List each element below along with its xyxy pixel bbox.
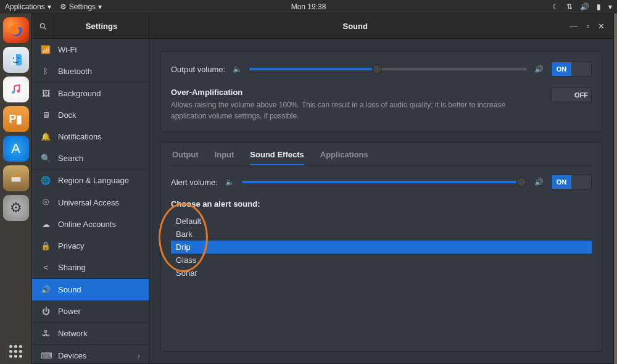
sound-effects-panel: OutputInputSound EffectsApplications Ale… <box>160 142 602 352</box>
toggle-on-label: ON <box>552 62 571 76</box>
search-icon: 🔍 <box>41 154 51 163</box>
universal-icon: ⦾ <box>41 197 51 207</box>
settings-label: Settings <box>69 2 96 11</box>
alert-sound-glass[interactable]: Glass <box>171 254 592 267</box>
search-button[interactable] <box>32 14 54 39</box>
sidebar-item-label: Power <box>58 307 81 316</box>
sidebar-item-sound[interactable]: 🔊 Sound <box>32 279 149 300</box>
search-icon <box>39 22 48 31</box>
sidebar-header: Settings <box>32 14 149 38</box>
dock-app-music[interactable] <box>3 77 29 102</box>
alert-sound-sonar[interactable]: Sonar <box>171 267 592 279</box>
sidebar-item-privacy[interactable]: 🔒 Privacy <box>32 235 149 257</box>
sidebar-item-label: Region & Language <box>58 176 129 185</box>
cloud-icon: ☁ <box>41 220 51 229</box>
sidebar-item-online-accounts[interactable]: ☁ Online Accounts <box>32 213 149 235</box>
volume-high-icon: 🔊 <box>534 65 544 73</box>
output-mute-toggle[interactable]: ON <box>551 62 592 77</box>
alert-sound-list[interactable]: DefaultBarkDripGlassSonar <box>171 215 592 279</box>
dock-app-presentation[interactable]: P▮ <box>3 106 29 132</box>
volume-icon[interactable]: 🔊 <box>580 2 589 11</box>
image-icon: 🖼 <box>41 89 51 98</box>
sidebar-item-label: Network <box>58 329 88 338</box>
system-tray: ☾ ⇅ 🔊 ▮ ▾ <box>552 2 612 11</box>
close-button[interactable]: ✕ <box>598 22 605 31</box>
dock-app-disk[interactable] <box>3 165 29 191</box>
sidebar-item-label: Dock <box>58 110 77 120</box>
dock-app-system-settings[interactable]: ⚙ <box>3 195 29 221</box>
sidebar-item-network[interactable]: 🖧 Network <box>32 323 149 344</box>
choose-alert-sound-label: Choose an alert sound: <box>171 199 592 209</box>
dock-app-store[interactable]: A <box>3 136 29 162</box>
network-icon[interactable]: ⇅ <box>566 2 573 11</box>
sidebar-item-devices[interactable]: ⌨ Devices› <box>32 345 149 363</box>
alert-sound-default[interactable]: Default <box>171 215 592 228</box>
battery-icon[interactable]: ▮ <box>597 2 601 11</box>
bell-icon: 🔔 <box>41 132 51 141</box>
wifi-icon: 📶 <box>41 45 51 54</box>
svg-rect-8 <box>11 175 20 178</box>
music-icon <box>9 83 23 96</box>
sidebar-item-notifications[interactable]: 🔔 Notifications <box>32 126 149 147</box>
dock-app-firefox[interactable] <box>3 17 29 43</box>
sidebar-item-label: Wi-Fi <box>58 45 77 54</box>
alert-volume-slider[interactable] <box>242 181 527 183</box>
presentation-icon: P▮ <box>9 112 22 126</box>
window-controls: — ▫ ✕ <box>561 14 613 38</box>
speaker-icon: 🔊 <box>41 285 51 294</box>
output-volume-slider[interactable] <box>249 68 527 70</box>
svg-line-10 <box>44 27 46 29</box>
sidebar-item-sharing[interactable]: < Sharing <box>32 257 149 278</box>
chevron-down-icon: ▾ <box>48 2 51 11</box>
sidebar-item-label: Sharing <box>58 263 86 272</box>
sidebar-item-label: Sound <box>58 285 81 294</box>
sidebar-item-bluetooth[interactable]: ᛒ Bluetooth <box>32 60 149 82</box>
volume-low-icon: 🔈 <box>233 65 242 73</box>
overamp-toggle[interactable]: OFF <box>551 88 592 102</box>
devices-icon: ⌨ <box>41 351 51 360</box>
svg-point-4 <box>18 57 19 59</box>
sidebar-item-search[interactable]: 🔍 Search <box>32 147 149 169</box>
alert-sound-drip[interactable]: Drip <box>171 241 592 254</box>
sidebar-item-label: Bluetooth <box>58 67 92 76</box>
sidebar-item-dock[interactable]: 🖥 Dock <box>32 104 149 126</box>
sidebar-item-label: Search <box>58 154 83 163</box>
svg-rect-2 <box>10 54 16 65</box>
tab-output[interactable]: Output <box>172 145 199 165</box>
volume-low-icon: 🔈 <box>225 178 234 186</box>
top-bar: Applications ▾ ⚙ Settings ▾ Mon 19:38 ☾ … <box>0 0 617 14</box>
menu-applications[interactable]: Applications ▾ <box>5 2 51 11</box>
output-volume-label: Output volume: <box>171 65 225 74</box>
tab-input[interactable]: Input <box>215 145 234 165</box>
sound-panel: Output volume: 🔈 🔊 ON Over-Amplification… <box>149 39 613 363</box>
sidebar-item-universal-access[interactable]: ⦾ Universal Access <box>32 191 149 213</box>
power-icon: ⏻ <box>41 307 51 316</box>
sidebar-item-region-language[interactable]: 🌐 Region & Language <box>32 170 149 191</box>
toggle-off-label: OFF <box>571 88 591 102</box>
sidebar-item-power[interactable]: ⏻ Power <box>32 300 149 322</box>
toggle-off-half <box>571 175 591 189</box>
tab-applications[interactable]: Applications <box>320 145 368 165</box>
show-applications-button[interactable] <box>9 345 22 358</box>
settings-icon: ⚙ <box>60 2 67 11</box>
power-icon[interactable]: ▾ <box>608 2 612 11</box>
alert-sound-bark[interactable]: Bark <box>171 228 592 241</box>
settings-sidebar[interactable]: 📶 Wi-Fiᛒ Bluetooth🖼 Background🖥 Dock🔔 No… <box>32 39 149 363</box>
clock[interactable]: Mon 19:38 <box>291 2 326 11</box>
night-icon[interactable]: ☾ <box>552 2 559 11</box>
maximize-button[interactable]: ▫ <box>586 22 589 31</box>
sidebar-item-background[interactable]: 🖼 Background <box>32 83 149 104</box>
menu-settings[interactable]: ⚙ Settings ▾ <box>60 2 102 11</box>
alert-mute-toggle[interactable]: ON <box>551 175 592 189</box>
sidebar-item-wi-fi[interactable]: 📶 Wi-Fi <box>32 39 149 60</box>
minimize-button[interactable]: — <box>569 22 578 31</box>
toggle-off-half <box>571 62 591 76</box>
settings-window: Settings Sound — ▫ ✕ 📶 Wi-Fiᛒ Bluetooth🖼… <box>31 14 614 364</box>
toggle-on-half <box>552 88 571 102</box>
globe-icon: 🌐 <box>41 176 51 185</box>
titlebar: Settings Sound — ▫ ✕ <box>32 14 613 39</box>
volume-high-icon: 🔊 <box>534 178 544 186</box>
svg-point-9 <box>40 23 44 28</box>
dock-app-files[interactable] <box>3 47 29 73</box>
tab-sound-effects[interactable]: Sound Effects <box>250 145 304 165</box>
